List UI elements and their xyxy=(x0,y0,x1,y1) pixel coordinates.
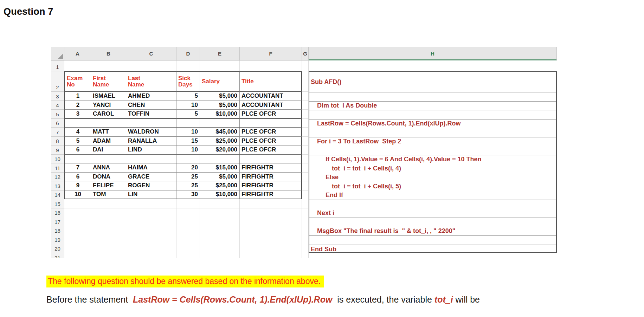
grid-cell-C17 xyxy=(126,217,176,226)
grid-cell-G10 xyxy=(302,155,309,164)
cell-E4: $5,000 xyxy=(200,101,240,110)
vba-code-row-14: End If xyxy=(309,191,556,200)
grid-cell-F21 xyxy=(240,253,302,258)
cell-E13: $25,000 xyxy=(200,181,240,190)
cell-C12: GRACE xyxy=(126,173,176,182)
row-header-2: 2 xyxy=(51,71,64,92)
vba-code-row-10: If Cells(i, 1).Value = 6 And Cells(i, 4)… xyxy=(309,155,556,164)
cell-D8: 15 xyxy=(176,137,200,146)
cell-C4: CHEN xyxy=(126,101,176,110)
table-header-cell-f2: Title xyxy=(240,71,302,92)
grid-cell-D16 xyxy=(176,208,200,218)
cell-A3: 1 xyxy=(64,92,91,101)
grid-cell-C20 xyxy=(126,244,176,253)
row-header-10: 10 xyxy=(51,155,64,164)
grid-cell-E1 xyxy=(200,60,240,71)
row-header-21: 21 xyxy=(51,253,64,258)
cell-E10 xyxy=(200,155,240,164)
grid-cell-B17 xyxy=(91,217,126,226)
vba-code-text: tot_i = tot_i + Cells(i, 4) xyxy=(332,165,401,172)
row-header-16: 16 xyxy=(51,208,64,218)
grid-cell-A21 xyxy=(64,253,91,258)
grid-cell-G6 xyxy=(302,119,309,128)
grid-cell-C16 xyxy=(126,208,176,218)
column-header-h: H xyxy=(309,47,557,60)
vba-code-row-19 xyxy=(309,236,556,245)
vba-code-row-4: Dim tot_i As Double xyxy=(309,102,556,111)
grid-cell-F18 xyxy=(240,226,302,235)
cell-E7: $45,000 xyxy=(200,128,240,137)
cell-B10 xyxy=(91,155,126,164)
column-header-f: F xyxy=(240,47,302,60)
vba-code-text: End Sub xyxy=(311,246,336,253)
grid-cell-A1 xyxy=(64,60,91,71)
vba-code-text: Next i xyxy=(317,209,334,217)
cell-D13: 25 xyxy=(176,181,200,190)
grid-cell-B20 xyxy=(91,244,126,253)
grid-cell-C1 xyxy=(126,60,176,71)
cell-F13: FIRFIGHTR xyxy=(240,181,302,190)
cell-C10 xyxy=(126,155,176,164)
question-prompt: Before the statement LastRow = Cells(Row… xyxy=(46,295,480,305)
cell-B9: DAI xyxy=(91,145,126,155)
page-title: Question 7 xyxy=(4,6,53,17)
column-header-a: A xyxy=(64,47,91,60)
grid-cell-D17 xyxy=(176,217,200,226)
grid-cell-E17 xyxy=(200,217,240,226)
prompt-text-fragment: will be xyxy=(453,295,480,304)
grid-cell-A19 xyxy=(64,235,91,244)
question-instruction-text: The following question should be answere… xyxy=(48,277,321,286)
cell-A6 xyxy=(64,119,91,128)
table-header-cell-c2: Last Name xyxy=(126,71,176,92)
cell-C11: HAIMA xyxy=(126,163,176,173)
cell-C5: TOFFIN xyxy=(126,110,176,119)
grid-cell-D19 xyxy=(176,235,200,244)
vba-code-text: For i = 3 To LastRow Step 2 xyxy=(317,138,401,145)
grid-cell-F17 xyxy=(240,217,302,226)
grid-cell-E21 xyxy=(200,253,240,258)
row-header-1: 1 xyxy=(51,60,64,71)
cell-D14: 30 xyxy=(176,190,200,200)
row-header-19: 19 xyxy=(51,235,64,244)
row-header-11: 11 xyxy=(51,163,64,173)
grid-cell-E20 xyxy=(200,244,240,253)
cell-F6 xyxy=(240,119,302,128)
grid-cell-A20 xyxy=(64,244,91,253)
vba-code-row-5 xyxy=(309,110,556,119)
cell-C9: LIND xyxy=(126,145,176,155)
cell-D11: 20 xyxy=(176,163,200,173)
grid-cell-G11 xyxy=(302,163,309,173)
cell-B8: ADAM xyxy=(91,137,126,146)
grid-cell-G18 xyxy=(302,226,309,235)
grid-cell-G15 xyxy=(302,199,309,208)
cell-A14: 10 xyxy=(64,190,91,200)
cell-B5: CAROL xyxy=(91,110,126,119)
row-header-12: 12 xyxy=(51,173,64,182)
vba-code-row-6: LastRow = Cells(Rows.Count, 1).End(xlUp)… xyxy=(309,119,556,129)
grid-cell-C18 xyxy=(126,226,176,235)
grid-cell-G9 xyxy=(302,145,309,155)
cell-E14: $10,000 xyxy=(200,190,240,200)
vba-code-row-17 xyxy=(309,218,556,227)
select-all-corner xyxy=(51,47,64,60)
cell-C3: AHMED xyxy=(126,92,176,101)
grid-cell-B19 xyxy=(91,235,126,244)
grid-cell-D15 xyxy=(176,199,200,208)
cell-B6 xyxy=(91,119,126,128)
cell-A9: 6 xyxy=(64,145,91,155)
cell-C8: RANALLA xyxy=(126,137,176,146)
grid-cell-B15 xyxy=(91,199,126,208)
spreadsheet: ABCDEFGH12Exam NoFirst NameLast NameSick… xyxy=(51,47,557,258)
grid-cell-E16 xyxy=(200,208,240,218)
row-header-3: 3 xyxy=(51,92,64,101)
vba-code-text: Sub AFD() xyxy=(311,78,341,86)
cell-F8: PLCE OFCR xyxy=(240,137,302,146)
cell-E11: $15,000 xyxy=(200,163,240,173)
sheet-row-21: 21 xyxy=(51,253,557,258)
vba-code-box: Sub AFD()Dim tot_i As DoubleLastRow = Ce… xyxy=(309,71,557,253)
grid-cell-B16 xyxy=(91,208,126,218)
grid-cell-B1 xyxy=(91,60,126,71)
prompt-code-fragment: tot_i xyxy=(434,295,453,304)
cell-E9: $20,000 xyxy=(200,145,240,155)
vba-code-text: End If xyxy=(326,192,343,199)
